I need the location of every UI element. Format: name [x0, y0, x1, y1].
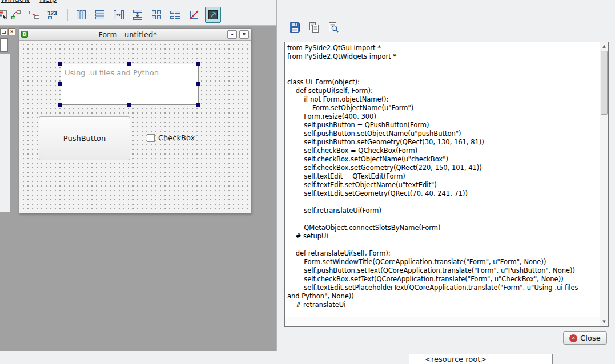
selection-handle-s[interactable] — [127, 103, 131, 107]
close-icon: ✕ — [242, 31, 247, 37]
selection-handle-w[interactable] — [58, 82, 62, 86]
dialog-close-button[interactable]: ✕ Close — [563, 331, 607, 345]
menu-help[interactable]: Help — [39, 0, 57, 3]
textedit-placeholder: Using .ui files and Python — [65, 68, 159, 77]
layout-form-button[interactable] — [167, 7, 183, 23]
save-icon — [288, 21, 301, 34]
horizontal-scrollbar[interactable] — [285, 317, 600, 326]
code-preview-dialog: from PySide2.QtGui import * from PySide2… — [276, 0, 615, 351]
scroll-down-icon[interactable]: ▼ — [600, 318, 608, 326]
form-window-titlebar[interactable]: D Form - untitled* - ✕ — [19, 29, 251, 41]
main-toolbar: 123 — [0, 7, 276, 24]
edit-signals-slots-button[interactable] — [8, 7, 24, 23]
edit-tab-order-icon: 123 — [46, 9, 59, 21]
form-window-icon: D — [21, 31, 28, 38]
resource-root-item[interactable]: <resource root> — [409, 354, 552, 364]
selection-handle-sw[interactable] — [58, 103, 62, 107]
selection-handle-n[interactable] — [127, 62, 131, 66]
widget-filter-fragment[interactable] — [0, 38, 8, 52]
layout-grid-icon — [150, 9, 163, 21]
checkbox-widget[interactable]: CheckBox — [147, 134, 195, 142]
close-circle-icon: ✕ — [569, 334, 577, 342]
window-close-button[interactable]: ✕ — [239, 30, 249, 39]
selection-handle-se[interactable] — [196, 103, 200, 107]
layout-horizontal-splitter-icon — [112, 9, 125, 21]
menu-window[interactable]: Window — [1, 0, 30, 3]
find-button[interactable] — [326, 20, 341, 35]
layout-horizontally-button[interactable] — [73, 7, 89, 23]
find-icon — [327, 21, 340, 34]
checkbox-indicator[interactable] — [147, 134, 155, 142]
layout-horizontal-splitter-button[interactable] — [111, 7, 127, 23]
save-button[interactable] — [287, 20, 302, 35]
form-window-title: Form - untitled* — [30, 30, 225, 39]
layout-vertically-icon — [94, 9, 106, 21]
float-icon — [2, 31, 6, 34]
code-editor[interactable]: from PySide2.QtGui import * from PySide2… — [284, 42, 609, 327]
layout-vertical-splitter-icon — [131, 9, 144, 21]
adjust-size-button[interactable] — [205, 7, 221, 23]
svg-text:123: 123 — [47, 10, 57, 17]
form-canvas[interactable]: Using .ui files and Python PushButton Ch… — [19, 41, 251, 213]
adjust-size-icon — [207, 9, 219, 21]
layout-grid-button[interactable] — [148, 7, 164, 23]
break-layout-icon — [188, 9, 200, 21]
break-layout-button[interactable] — [186, 7, 202, 23]
checkbox-label: CheckBox — [158, 134, 195, 142]
dock-float-button[interactable] — [0, 28, 7, 35]
widget-box-dock-fragment — [0, 54, 10, 212]
edit-tab-order-button[interactable]: 123 — [45, 7, 61, 23]
code-dialog-toolbar — [287, 20, 341, 35]
layout-vertical-splitter-button[interactable] — [130, 7, 146, 23]
edit-widgets-icon — [0, 9, 9, 21]
copy-icon — [308, 21, 320, 34]
scroll-up-icon[interactable]: ▲ — [600, 42, 608, 50]
menubar: Window Help — [1, 0, 57, 3]
selection-handle-nw[interactable] — [58, 62, 62, 66]
textedit-widget[interactable]: Using .ui files and Python — [61, 64, 199, 105]
vertical-scrollbar[interactable]: ▲ ▼ — [600, 42, 608, 326]
qt-designer-app: Window Help — [0, 0, 615, 364]
form-designer-window: D Form - untitled* - ✕ Using .ui files a… — [19, 28, 251, 213]
pushbutton-widget[interactable]: PushButton — [39, 116, 130, 160]
close-button-label: Close — [580, 334, 600, 342]
edit-buddies-button[interactable] — [26, 7, 42, 23]
layout-form-icon — [169, 9, 182, 21]
close-icon: ✕ — [10, 29, 14, 34]
layout-vertically-button[interactable] — [92, 7, 108, 23]
dock-close-button[interactable]: ✕ — [8, 28, 15, 35]
selection-handle-e[interactable] — [196, 82, 200, 86]
layout-horizontally-icon — [75, 9, 87, 21]
scrollbar-thumb[interactable] — [601, 51, 608, 115]
minimize-icon: - — [231, 31, 234, 37]
code-text: from PySide2.QtGui import * from PySide2… — [285, 42, 600, 317]
copy-button[interactable] — [307, 20, 321, 35]
minimize-button[interactable]: - — [227, 30, 237, 39]
selection-handle-ne[interactable] — [196, 62, 200, 66]
edit-buddies-icon — [28, 9, 41, 21]
resource-browser-fragment: <resource root> — [409, 354, 553, 364]
toolbar-separator — [67, 9, 68, 21]
edit-signals-slots-icon — [10, 9, 22, 21]
